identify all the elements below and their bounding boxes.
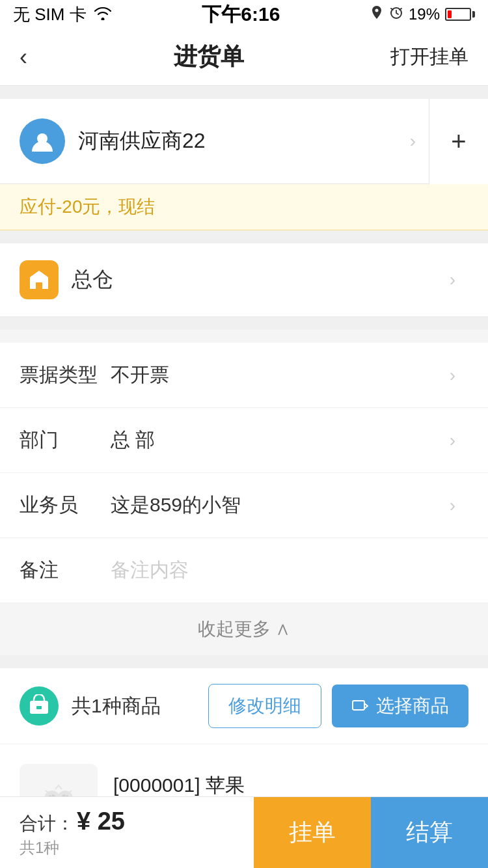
collapse-label: 收起更多 ∧ — [198, 617, 291, 642]
page-title: 进货单 — [174, 41, 244, 73]
cart-icon — [351, 697, 370, 715]
bottom-bar: 合计： ¥ 25 共1种 挂单 结算 — [0, 796, 488, 868]
section-gap-2 — [0, 230, 488, 243]
form-section: 票据类型 不开票 › 部门 总 部 › 业务员 这是859的小智 › 备注 备注… — [0, 343, 488, 603]
ticket-type-label: 票据类型 — [20, 362, 111, 388]
total-section: 合计： ¥ 25 共1种 — [0, 807, 254, 858]
department-value: 总 部 — [111, 427, 437, 454]
remark-label: 备注 — [20, 557, 111, 584]
supplier-main[interactable]: 河南供应商22 › — [0, 99, 429, 184]
salesperson-label: 业务员 — [20, 492, 111, 519]
section-gap-3 — [0, 317, 488, 330]
product-name: [0000001] 苹果 — [113, 772, 437, 799]
remark-value: 备注内容 — [111, 557, 468, 584]
salesperson-value: 这是859的小智 — [111, 492, 437, 519]
notice-text: 应付-20元，现结 — [20, 197, 155, 217]
supplier-section: 河南供应商22 › + — [0, 99, 488, 184]
remark-row[interactable]: 备注 备注内容 — [0, 538, 488, 603]
warehouse-label: 总仓 — [72, 265, 437, 294]
total-sub-label: 共1种 — [20, 837, 234, 858]
product-header: 共1种商品 修改明细 选择商品 — [0, 668, 488, 744]
warehouse-chevron-icon: › — [437, 269, 468, 290]
supplier-chevron-icon: › — [397, 131, 429, 152]
total-label: 合计： — [20, 811, 74, 836]
battery-icon — [445, 8, 475, 21]
select-product-label: 选择商品 — [376, 694, 449, 718]
notice-bar: 应付-20元，现结 — [0, 184, 488, 230]
carrier-text: 无 SIM 卡 — [13, 3, 87, 26]
salesperson-chevron-icon: › — [437, 495, 468, 516]
department-row[interactable]: 部门 总 部 › — [0, 408, 488, 473]
add-supplier-button[interactable]: + — [429, 114, 488, 169]
status-left: 无 SIM 卡 — [13, 3, 113, 26]
alarm-icon — [389, 5, 403, 23]
wifi-icon — [93, 5, 113, 25]
ticket-type-value: 不开票 — [111, 362, 437, 388]
collapse-bar[interactable]: 收起更多 ∧ — [0, 603, 488, 655]
hang-order-button[interactable]: 挂单 — [254, 797, 371, 869]
status-time: 下午6:16 — [202, 1, 280, 28]
product-title: 苹果 — [206, 774, 245, 796]
svg-rect-2 — [36, 282, 42, 289]
product-count-label: 共1种商品 — [72, 693, 208, 720]
select-product-button[interactable]: 选择商品 — [332, 685, 468, 727]
open-pending-button[interactable]: 打开挂单 — [390, 44, 468, 70]
status-bar: 无 SIM 卡 下午6:16 19% — [0, 0, 488, 29]
status-right: 19% — [370, 5, 475, 23]
section-gap-4 — [0, 655, 488, 668]
supplier-name: 河南供应商22 — [78, 127, 397, 156]
nav-bar: ‹ 进货单 打开挂单 — [0, 29, 488, 86]
location-icon — [370, 5, 384, 23]
salesperson-row[interactable]: 业务员 这是859的小智 › — [0, 473, 488, 538]
ticket-type-chevron-icon: › — [437, 365, 468, 386]
department-label: 部门 — [20, 427, 111, 454]
warehouse-icon — [20, 260, 59, 299]
total-amount: ¥ 25 — [77, 807, 125, 835]
checkout-button[interactable]: 结算 — [371, 797, 488, 869]
back-button[interactable]: ‹ — [20, 44, 27, 71]
battery-text: 19% — [409, 5, 440, 23]
warehouse-row[interactable]: 总仓 › — [0, 243, 488, 317]
svg-rect-5 — [353, 701, 364, 710]
supplier-avatar — [20, 118, 65, 164]
product-code: [0000001] — [113, 774, 206, 796]
product-section-icon — [20, 686, 59, 726]
svg-rect-4 — [36, 706, 42, 709]
department-chevron-icon: › — [437, 430, 468, 451]
section-gap-1 — [0, 86, 488, 99]
ticket-type-row[interactable]: 票据类型 不开票 › — [0, 343, 488, 408]
edit-detail-button[interactable]: 修改明细 — [208, 684, 321, 728]
